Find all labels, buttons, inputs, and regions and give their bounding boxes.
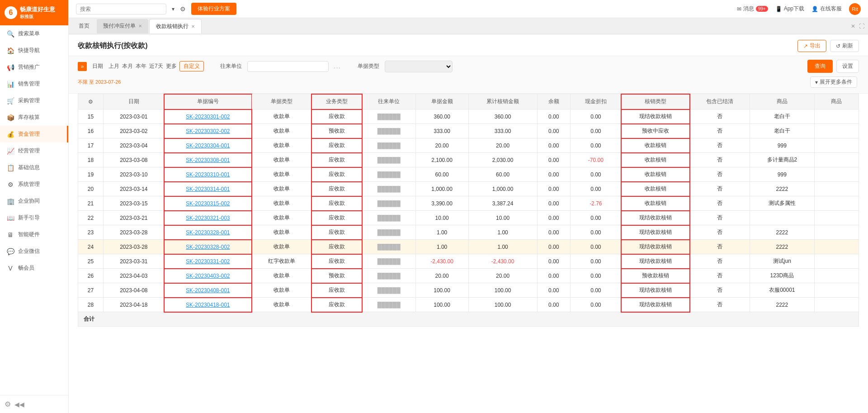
cell-singletype: 红字收款单: [252, 254, 311, 269]
singleno-link[interactable]: SK-20230328-002: [186, 244, 230, 250]
date-this-year[interactable]: 本年: [136, 62, 146, 70]
singleno-link[interactable]: SK-20230315-002: [186, 200, 230, 207]
inventory-icon: 📦: [6, 114, 14, 121]
expand-more-btn[interactable]: ▾ 展开更多条件: [810, 76, 857, 88]
singleno-link[interactable]: SK-20230331-002: [186, 258, 230, 265]
sidebar-item-basic[interactable]: 📋基础信息: [0, 159, 68, 176]
singleno-link[interactable]: SK-20230321-003: [186, 215, 230, 221]
sidebar-item-purchase[interactable]: 🛒采购管理: [0, 92, 68, 109]
cell-no: 16: [78, 124, 104, 138]
sidebar-item-label-marketing: 营销推广: [18, 63, 40, 71]
singleno-link[interactable]: SK-20230304-001: [186, 142, 230, 149]
online-service-btn[interactable]: 👤 在线客服: [811, 5, 842, 13]
sidebar-item-guide[interactable]: 📖新手引导: [0, 209, 68, 226]
cell-balance: 0.00: [537, 138, 570, 153]
cell-goods2: [814, 254, 859, 269]
cell-no: 27: [78, 283, 104, 298]
cell-cumulative: 1.00: [468, 240, 537, 254]
cell-goods: 老白干: [750, 109, 814, 124]
industry-btn[interactable]: 体验行业方案: [191, 3, 236, 15]
date-last-month[interactable]: 上月: [108, 62, 119, 70]
date-custom-btn[interactable]: 自定义: [179, 61, 204, 71]
col-goods-header: 商品: [750, 94, 814, 109]
singleno-link[interactable]: SK-20230302-002: [186, 128, 230, 134]
date-shortcuts: 上月 本月 本年 近7天 更多 自定义: [108, 61, 204, 71]
date-7days[interactable]: 近7天: [149, 62, 163, 70]
sidebar-item-corp[interactable]: 🏢企业协同: [0, 193, 68, 209]
sidebar-item-member[interactable]: V畅会员: [0, 260, 68, 276]
cell-discount: 0.00: [570, 182, 621, 196]
sidebar-item-label-hardware: 智能硬件: [18, 231, 40, 238]
sidebar-item-hardware[interactable]: 🖥智能硬件: [0, 226, 68, 243]
tab-close-all-icon[interactable]: ✕: [851, 23, 855, 29]
singleno-link[interactable]: SK-20230418-001: [186, 302, 230, 308]
cell-saletype: 预收中应收: [621, 124, 690, 138]
settings-icon[interactable]: ⚙: [5, 400, 11, 408]
tab-close-payable[interactable]: ✕: [138, 24, 142, 28]
singleno-link[interactable]: SK-20230328-001: [186, 229, 230, 236]
query-btn[interactable]: 查询: [807, 60, 833, 73]
date-more[interactable]: 更多: [166, 62, 177, 70]
cell-date: 2023-03-15: [104, 196, 165, 211]
sidebar-item-quicknav[interactable]: 🏠快捷导航: [0, 42, 68, 59]
cell-partner: ██████: [362, 298, 415, 312]
sidebar-item-wechat[interactable]: 💬企业微信: [0, 243, 68, 260]
sidebar-item-operation[interactable]: 📈经营管理: [0, 142, 68, 159]
date-this-month[interactable]: 本月: [122, 62, 133, 70]
cell-goods2: [814, 182, 859, 196]
sidebar-item-label-member: 畅会员: [18, 264, 34, 272]
cell-singleno: SK-20230331-002: [164, 254, 251, 269]
cell-balance: 0.00: [537, 211, 570, 225]
sidebar-item-system[interactable]: ⚙系统管理: [0, 176, 68, 193]
cell-balance: 0.00: [537, 254, 570, 269]
cell-cumulative: 1.00: [468, 225, 537, 240]
col-discount-header: 现金折扣: [570, 94, 621, 109]
singleno-link[interactable]: SK-20230301-002: [186, 114, 230, 120]
singleno-link[interactable]: SK-20230403-002: [186, 273, 230, 279]
cell-goods: 测试多属性: [750, 196, 814, 211]
sidebar-item-inventory[interactable]: 📦库存核算: [0, 109, 68, 126]
cell-settled: 否: [690, 298, 750, 312]
topbar-gear-icon[interactable]: ⚙: [180, 5, 186, 13]
cell-discount: 0.00: [570, 124, 621, 138]
sidebar-item-marketing[interactable]: 📢营销推广: [0, 59, 68, 76]
cell-singleno: SK-20230301-002: [164, 109, 251, 124]
collapse-icon[interactable]: ◀◀: [14, 401, 24, 408]
cell-settled: 否: [690, 109, 750, 124]
partner-input[interactable]: [247, 61, 329, 72]
sidebar-item-search[interactable]: 🔍搜索菜单: [0, 25, 68, 42]
user-avatar[interactable]: Rit: [849, 3, 861, 15]
tab-payable[interactable]: 预付冲应付单✕: [97, 19, 148, 33]
cell-biztype: 应收款: [311, 225, 363, 240]
tab-home[interactable]: 首页: [72, 19, 96, 33]
col-balance-header: 余额: [537, 94, 570, 109]
singleno-link[interactable]: SK-20230314-001: [186, 186, 230, 192]
sidebar-item-finance[interactable]: 💰资金管理: [0, 126, 68, 142]
singleno-link[interactable]: SK-20230408-001: [186, 287, 230, 294]
topbar-dropdown[interactable]: ▾: [172, 6, 175, 12]
cell-singleno: SK-20230408-001: [164, 283, 251, 298]
cell-settled: 否: [690, 196, 750, 211]
tab-close-receipt[interactable]: ✕: [191, 24, 195, 29]
cell-no: 21: [78, 196, 104, 211]
sidebar-item-sales[interactable]: 📊销售管理: [0, 76, 68, 92]
refresh-btn[interactable]: ↺ 刷新: [830, 40, 859, 52]
topbar-search-input[interactable]: [76, 4, 166, 14]
singleno-link[interactable]: SK-20230310-001: [186, 171, 230, 178]
table-row: 18 2023-03-08 SK-20230308-001 收款单 应收款 ██…: [78, 153, 859, 167]
cell-settled: 否: [690, 211, 750, 225]
purchase-icon: 🛒: [6, 97, 14, 104]
app-download-btn[interactable]: 📱 App下载: [775, 5, 804, 13]
single-type-select[interactable]: [385, 61, 453, 72]
cell-date: 2023-03-10: [104, 167, 165, 182]
singleno-link[interactable]: SK-20230308-001: [186, 157, 230, 163]
filter-toggle-btn[interactable]: »: [78, 62, 87, 71]
guide-icon: 📖: [6, 214, 14, 222]
cell-cumulative: 3,387.24: [468, 196, 537, 211]
tab-receipt[interactable]: 收款核销执行✕: [149, 19, 202, 33]
cell-settled: 否: [690, 167, 750, 182]
message-btn[interactable]: ✉ 消息 99+: [737, 5, 768, 13]
export-btn[interactable]: ↗ 导出: [797, 40, 826, 52]
filter-settings-btn[interactable]: 设置: [836, 60, 859, 73]
tab-expand-icon[interactable]: ⛶: [859, 23, 864, 29]
